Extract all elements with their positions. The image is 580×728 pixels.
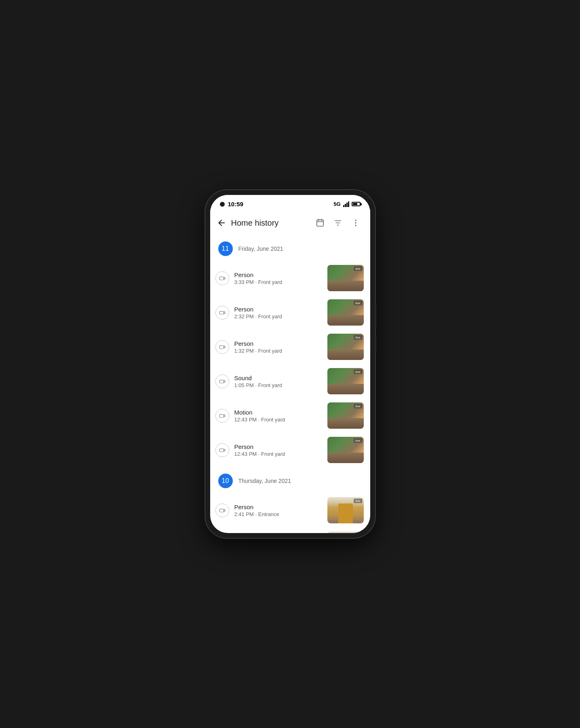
svg-rect-13 — [219, 380, 224, 383]
svg-rect-0 — [316, 220, 323, 226]
date-badge-11: 11 — [218, 241, 233, 256]
date-badge-10: 10 — [218, 474, 233, 488]
history-item-5[interactable]: Motion 12:43 PM · Front yard live — [210, 398, 370, 433]
timeline-col-3 — [215, 340, 230, 354]
item-meta-7: 2:41 PM · Entrance — [234, 511, 323, 517]
history-item-4[interactable]: Sound 1:05 PM · Front yard live — [210, 364, 370, 398]
phone-screen: 10:59 5G Home h — [210, 195, 370, 533]
network-indicator: 5G — [333, 201, 340, 207]
item-content-6: Person 12:43 PM · Front yard — [234, 443, 323, 457]
item-thumbnail-1: live — [327, 265, 364, 291]
item-thumbnail-7: live — [327, 497, 364, 523]
svg-point-9 — [355, 225, 356, 226]
more-options-button[interactable] — [348, 215, 364, 231]
phone-frame: 10:59 5G Home h — [205, 190, 375, 538]
battery-fill — [353, 203, 357, 205]
svg-point-8 — [355, 222, 356, 223]
item-type-7: Person — [234, 503, 323, 511]
battery-icon — [352, 202, 361, 206]
camera-dot — [220, 202, 225, 207]
item-content-3: Person 1:32 PM · Front yard — [234, 340, 323, 354]
thumb-frontyard-5: live — [327, 402, 364, 429]
timeline-col-5 — [215, 409, 230, 423]
history-item-6[interactable]: Person 12:43 PM · Front yard live — [210, 433, 370, 467]
camera-icon-4 — [215, 375, 229, 388]
side-button2 — [375, 336, 376, 352]
status-time: 10:59 — [228, 201, 243, 207]
history-item-2[interactable]: Person 2:32 PM · Front yard live — [210, 295, 370, 330]
signal-icon — [343, 201, 349, 207]
page-title: Home history — [231, 218, 312, 228]
side-volume-button — [375, 303, 376, 328]
camera-icon-1 — [215, 271, 229, 285]
status-left: 10:59 — [220, 201, 243, 207]
status-right: 5G — [333, 201, 360, 207]
history-item-1[interactable]: Person 3:33 PM · Front yard live — [210, 261, 370, 295]
item-thumbnail-2: live — [327, 299, 364, 326]
item-thumbnail-4: live — [327, 368, 364, 394]
app-bar: Home history — [210, 211, 370, 235]
svg-rect-15 — [219, 449, 224, 451]
item-type-4: Sound — [234, 374, 323, 382]
history-item-7[interactable]: Person 2:41 PM · Entrance live — [210, 493, 370, 527]
svg-rect-10 — [219, 277, 224, 279]
thumb-frontyard-2: live — [327, 299, 364, 326]
date-label-11: Friday, June 2021 — [238, 245, 283, 252]
camera-icon-6 — [215, 443, 229, 457]
svg-rect-14 — [219, 414, 224, 417]
svg-point-7 — [355, 220, 356, 221]
item-meta-6: 12:43 PM · Front yard — [234, 451, 323, 457]
item-content-7: Person 2:41 PM · Entrance — [234, 503, 323, 518]
date-section-10: 10 Thursday, June 2021 — [210, 467, 370, 493]
item-meta-5: 12:43 PM · Front yard — [234, 417, 323, 423]
item-meta-4: 1:05 PM · Front yard — [234, 382, 323, 388]
svg-rect-11 — [219, 311, 224, 314]
item-type-5: Motion — [234, 408, 323, 417]
item-type-6: Person — [234, 443, 323, 451]
thumb-frontyard-1: live — [327, 265, 364, 291]
item-content-1: Person 3:33 PM · Front yard — [234, 271, 323, 286]
status-bar: 10:59 5G — [210, 195, 370, 211]
item-thumbnail-8: live — [327, 531, 364, 533]
thumb-entrance-8: live — [327, 531, 364, 533]
item-type-1: Person — [234, 271, 323, 279]
camera-icon-5 — [215, 409, 229, 423]
thumb-frontyard-4: live — [327, 368, 364, 394]
camera-icon-3 — [215, 340, 229, 354]
back-button[interactable] — [213, 215, 230, 231]
item-thumbnail-5: live — [327, 402, 364, 429]
item-thumbnail-3: live — [327, 334, 364, 360]
item-meta-1: 3:33 PM · Front yard — [234, 279, 323, 285]
item-thumbnail-6: live — [327, 437, 364, 463]
history-item-8[interactable]: Sound 09:00 AM · Entrance live — [210, 527, 370, 533]
item-meta-2: 2:32 PM · Front yard — [234, 313, 323, 320]
filter-button[interactable] — [330, 215, 346, 231]
item-content-5: Motion 12:43 PM · Front yard — [234, 408, 323, 423]
app-bar-actions — [312, 215, 364, 231]
thumb-frontyard-3: live — [327, 334, 364, 360]
item-content-2: Person 2:32 PM · Front yard — [234, 305, 323, 320]
svg-rect-12 — [219, 345, 224, 348]
timeline-col-7 — [215, 504, 230, 517]
history-item-3[interactable]: Person 1:32 PM · Front yard live — [210, 330, 370, 364]
thumb-entrance-7: live — [327, 497, 364, 523]
timeline-col-4 — [215, 375, 230, 388]
history-list: 11 Friday, June 2021 Person 3:33 PM — [210, 235, 370, 533]
item-meta-3: 1:32 PM · Front yard — [234, 348, 323, 354]
svg-rect-16 — [219, 509, 224, 512]
camera-icon-2 — [215, 306, 229, 320]
date-label-10: Thursday, June 2021 — [238, 478, 291, 484]
timeline-col-6 — [215, 443, 230, 457]
timeline-col — [215, 271, 230, 285]
date-section-11: 11 Friday, June 2021 — [210, 235, 370, 261]
item-type-2: Person — [234, 305, 323, 313]
timeline-col-2 — [215, 306, 230, 320]
calendar-button[interactable] — [312, 215, 328, 231]
item-content-4: Sound 1:05 PM · Front yard — [234, 374, 323, 389]
item-type-3: Person — [234, 340, 323, 348]
thumb-frontyard-6: live — [327, 437, 364, 463]
camera-icon-7 — [215, 504, 229, 517]
